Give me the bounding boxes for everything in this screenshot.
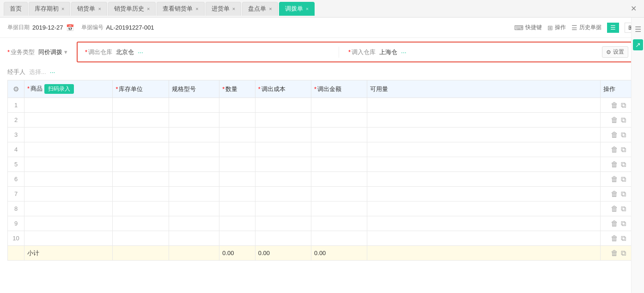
cell-unit[interactable] bbox=[113, 128, 169, 142]
cell-unit[interactable] bbox=[113, 157, 169, 172]
cell-cost[interactable] bbox=[255, 128, 311, 142]
cell-amount[interactable]: 0.00 bbox=[311, 246, 367, 261]
cell-spec[interactable] bbox=[169, 98, 219, 113]
copy-icon[interactable]: ⧉ bbox=[621, 190, 626, 198]
cell-qty[interactable] bbox=[219, 142, 255, 157]
delete-icon[interactable]: 🗑 bbox=[611, 131, 618, 139]
tab-close-sales[interactable]: × bbox=[98, 6, 101, 12]
cell-available[interactable] bbox=[367, 157, 601, 172]
cell-available[interactable] bbox=[367, 172, 601, 187]
operation-btn[interactable]: ⊞ 操作 bbox=[547, 24, 566, 31]
cell-qty[interactable] bbox=[219, 201, 255, 216]
cell-amount[interactable] bbox=[311, 172, 367, 187]
cell-spec[interactable] bbox=[169, 246, 219, 261]
cell-product[interactable] bbox=[24, 231, 113, 246]
cell-spec[interactable] bbox=[169, 128, 219, 142]
tab-purchase[interactable]: 进货单 × bbox=[206, 2, 241, 16]
transfer-in-more-btn[interactable]: ··· bbox=[401, 49, 407, 56]
cell-spec[interactable] bbox=[169, 157, 219, 172]
history-btn[interactable]: ☰ 历史单据 bbox=[571, 24, 601, 31]
copy-icon[interactable]: ⧉ bbox=[621, 249, 626, 257]
cell-available[interactable] bbox=[367, 113, 601, 128]
tab-close-inventory-check[interactable]: × bbox=[269, 6, 272, 12]
cell-qty[interactable] bbox=[219, 231, 255, 246]
cell-qty[interactable] bbox=[219, 113, 255, 128]
cell-cost[interactable] bbox=[255, 113, 311, 128]
cell-amount[interactable] bbox=[311, 231, 367, 246]
layout-btn-1[interactable]: ☰ bbox=[607, 23, 619, 33]
copy-icon[interactable]: ⧉ bbox=[621, 220, 626, 228]
cell-product[interactable] bbox=[24, 113, 113, 128]
copy-icon[interactable]: ⧉ bbox=[621, 160, 626, 169]
settings-button[interactable]: ⚙ 设置 bbox=[602, 46, 628, 58]
cell-available[interactable] bbox=[367, 201, 601, 216]
delete-icon[interactable]: 🗑 bbox=[611, 160, 618, 169]
calendar-icon[interactable]: 📅 bbox=[66, 24, 74, 31]
cell-cost[interactable] bbox=[255, 172, 311, 187]
delete-icon[interactable]: 🗑 bbox=[611, 220, 618, 228]
shortcut-btn[interactable]: ⌨ 快捷键 bbox=[514, 24, 542, 31]
tab-close-transfer[interactable]: × bbox=[306, 6, 309, 12]
tab-inventory-init[interactable]: 库存期初 × bbox=[29, 2, 70, 16]
scan-input-btn[interactable]: 扫码录入 bbox=[44, 84, 74, 94]
cell-unit[interactable] bbox=[113, 98, 169, 113]
delete-icon[interactable]: 🗑 bbox=[611, 101, 618, 110]
gear-icon[interactable]: ⚙ bbox=[13, 85, 19, 93]
delete-icon[interactable]: 🗑 bbox=[611, 190, 618, 198]
delete-icon[interactable]: 🗑 bbox=[611, 146, 618, 154]
cell-qty[interactable] bbox=[219, 157, 255, 172]
delete-icon[interactable]: 🗑 bbox=[611, 205, 618, 213]
cell-amount[interactable] bbox=[311, 142, 367, 157]
cell-product[interactable] bbox=[24, 172, 113, 187]
business-type-dropdown[interactable]: 同价调拨 ▾ bbox=[38, 48, 67, 56]
delete-icon[interactable]: 🗑 bbox=[611, 175, 618, 183]
operator-more-btn[interactable]: ··· bbox=[50, 68, 55, 76]
cell-spec[interactable] bbox=[169, 172, 219, 187]
cell-qty[interactable] bbox=[219, 98, 255, 113]
tab-close-view-sales[interactable]: × bbox=[195, 6, 198, 12]
cell-amount[interactable] bbox=[311, 201, 367, 216]
tab-inventory-check[interactable]: 盘点单 × bbox=[242, 2, 278, 16]
cell-available[interactable] bbox=[367, 128, 601, 142]
cell-product[interactable] bbox=[24, 98, 113, 113]
cell-spec[interactable] bbox=[169, 231, 219, 246]
cell-amount[interactable] bbox=[311, 216, 367, 231]
cell-available[interactable] bbox=[367, 142, 601, 157]
tab-transfer[interactable]: 调拨单 × bbox=[279, 2, 315, 16]
cell-unit[interactable] bbox=[113, 113, 169, 128]
cell-available[interactable] bbox=[367, 98, 601, 113]
window-close-button[interactable]: ✕ bbox=[626, 2, 640, 16]
cell-cost[interactable] bbox=[255, 216, 311, 231]
tab-close-purchase[interactable]: × bbox=[232, 6, 235, 12]
delete-icon[interactable]: 🗑 bbox=[611, 249, 618, 257]
cell-unit[interactable] bbox=[113, 142, 169, 157]
delete-icon[interactable]: 🗑 bbox=[611, 116, 618, 124]
cell-cost[interactable] bbox=[255, 187, 311, 201]
sidebar-export-icon[interactable]: ↗ bbox=[633, 39, 643, 50]
cell-cost[interactable] bbox=[255, 142, 311, 157]
tab-close-inventory-init[interactable]: × bbox=[61, 6, 64, 12]
cell-amount[interactable] bbox=[311, 113, 367, 128]
cell-amount[interactable] bbox=[311, 187, 367, 201]
cell-unit[interactable] bbox=[113, 187, 169, 201]
sidebar-list-icon[interactable]: ☰ bbox=[633, 23, 643, 36]
cell-product[interactable] bbox=[24, 142, 113, 157]
copy-icon[interactable]: ⧉ bbox=[621, 101, 626, 110]
operator-input[interactable]: 选择... bbox=[29, 68, 46, 76]
cell-amount[interactable] bbox=[311, 98, 367, 113]
cell-spec[interactable] bbox=[169, 142, 219, 157]
cell-qty[interactable] bbox=[219, 216, 255, 231]
cell-qty[interactable] bbox=[219, 187, 255, 201]
cell-unit[interactable] bbox=[113, 246, 169, 261]
tab-close-sales-history[interactable]: × bbox=[147, 6, 150, 12]
cell-qty[interactable]: 0.00 bbox=[219, 246, 255, 261]
cell-amount[interactable] bbox=[311, 157, 367, 172]
delete-icon[interactable]: 🗑 bbox=[611, 234, 618, 243]
cell-product[interactable] bbox=[24, 187, 113, 201]
cell-qty[interactable] bbox=[219, 128, 255, 142]
copy-icon[interactable]: ⧉ bbox=[621, 205, 626, 213]
cell-available[interactable] bbox=[367, 216, 601, 231]
cell-product[interactable] bbox=[24, 201, 113, 216]
transfer-out-more-btn[interactable]: ··· bbox=[138, 49, 143, 56]
tab-home[interactable]: 首页 bbox=[4, 2, 28, 16]
